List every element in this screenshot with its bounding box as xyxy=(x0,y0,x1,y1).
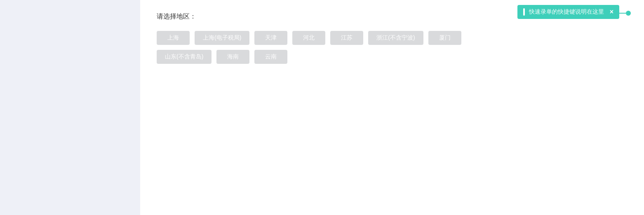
region-btn-jiangsu[interactable]: 江苏 xyxy=(330,31,363,45)
tooltip-text: 快速录单的快捷键说明在这里 xyxy=(529,8,604,16)
sidebar xyxy=(0,0,140,215)
region-btn-zhejiang[interactable]: 浙江(不含宁波) xyxy=(368,31,423,45)
region-btn-shanghai-etax[interactable]: 上海(电子税局) xyxy=(195,31,249,45)
region-btn-hainan[interactable]: 海南 xyxy=(216,50,249,64)
region-btn-hebei[interactable]: 河北 xyxy=(292,31,325,45)
region-btn-shanghai[interactable]: 上海 xyxy=(157,31,190,45)
tooltip-close-button[interactable]: × xyxy=(610,9,613,15)
main-content: 请选择地区： 上海上海(电子税局)天津河北江苏浙江(不含宁波)厦门 山东(不含青… xyxy=(140,0,644,215)
region-row-2: 山东(不含青岛)海南云南 xyxy=(157,50,628,64)
region-row-1: 上海上海(电子税局)天津河北江苏浙江(不含宁波)厦门 xyxy=(157,31,628,45)
region-btn-xiamen[interactable]: 厦门 xyxy=(428,31,461,45)
tooltip-connector-dot xyxy=(626,11,631,16)
region-btn-tianjin[interactable]: 天津 xyxy=(254,31,287,45)
tooltip-bar: 快速录单的快捷键说明在这里 × xyxy=(517,5,619,19)
region-btn-shandong[interactable]: 山东(不含青岛) xyxy=(157,50,212,64)
region-btn-yunnan[interactable]: 云南 xyxy=(254,50,287,64)
tooltip-bar-line xyxy=(523,8,525,16)
